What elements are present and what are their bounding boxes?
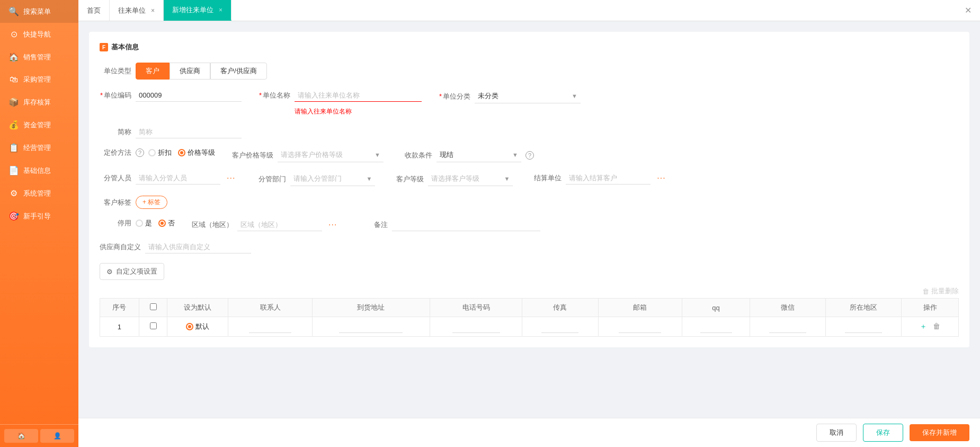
- pricing-discount-radio[interactable]: 折扣: [148, 148, 172, 157]
- region-ellipsis[interactable]: ···: [326, 220, 339, 230]
- sidebar-item-label: 经营管理: [23, 143, 51, 153]
- unit-name-input[interactable]: [295, 89, 422, 102]
- sidebar-item-search[interactable]: 🔍 搜索菜单: [0, 0, 78, 23]
- tab-partners-label: 往来单位: [118, 6, 146, 15]
- supplier-custom-input[interactable]: [145, 241, 251, 253]
- customer-level-select[interactable]: 请选择客户等级 ▼: [428, 172, 513, 186]
- pricing-level-radio[interactable]: 价格等级: [178, 148, 215, 157]
- save-button[interactable]: 保存: [863, 424, 903, 442]
- col-qq: qq: [682, 299, 750, 317]
- payment-terms-field: 收款条件 现结 ▼ ?: [400, 148, 534, 162]
- phone-input[interactable]: [452, 320, 500, 333]
- unit-category-field: *单位分类 未分类 ▼: [439, 89, 581, 103]
- tab-bar-close-button[interactable]: ✕: [956, 5, 980, 15]
- cancel-button[interactable]: 取消: [816, 424, 857, 442]
- operations-icon: 📋: [8, 143, 19, 153]
- custom-settings-label: 自定义项设置: [116, 267, 157, 276]
- supplier-custom-row: 供应商自定义: [100, 241, 959, 253]
- unit-type-label: 单位类型: [100, 66, 131, 76]
- settlement-field: 结算单位 ···: [530, 172, 667, 185]
- tab-partners-close[interactable]: ×: [151, 7, 155, 14]
- pricing-help-icon[interactable]: ?: [136, 148, 144, 157]
- department-label: 分管部门: [254, 174, 286, 184]
- save-and-new-button[interactable]: 保存并新增: [910, 424, 969, 441]
- sidebar-item-guide[interactable]: 🎯 新手引导: [0, 205, 78, 227]
- col-checkbox: [139, 299, 167, 317]
- email-input[interactable]: [619, 320, 661, 333]
- department-arrow: ▼: [366, 176, 372, 182]
- tab-home[interactable]: 首页: [78, 0, 110, 21]
- sidebar-user-button[interactable]: 👤: [40, 429, 74, 443]
- department-select[interactable]: 请输入分管部门 ▼: [290, 172, 375, 186]
- row-checkbox[interactable]: [150, 322, 157, 329]
- col-default: 设为默认: [167, 299, 228, 317]
- manager-input[interactable]: [136, 172, 220, 185]
- remark-input[interactable]: [392, 218, 540, 231]
- add-row-button[interactable]: ＋: [917, 321, 929, 332]
- customer-price-arrow: ▼: [375, 152, 380, 158]
- unit-category-select[interactable]: 未分类 ▼: [475, 89, 581, 103]
- payment-terms-value: 现结: [440, 150, 453, 160]
- short-name-input[interactable]: [136, 126, 242, 138]
- sidebar-item-label: 快捷导航: [23, 30, 51, 39]
- guide-icon: 🎯: [8, 211, 19, 221]
- disabled-no-radio[interactable]: 否: [158, 218, 175, 228]
- default-radio[interactable]: [186, 323, 193, 330]
- sidebar-item-basic[interactable]: 📄 基础信息: [0, 159, 78, 182]
- sidebar-item-quicknav[interactable]: ⊙ 快捷导航: [0, 23, 78, 46]
- payment-terms-select[interactable]: 现结 ▼: [436, 148, 521, 162]
- settlement-input[interactable]: [566, 172, 651, 185]
- disabled-field: 停用 是 否: [100, 218, 175, 228]
- delete-row-button[interactable]: 🗑: [931, 321, 942, 331]
- sidebar-item-purchase[interactable]: 🛍 采购管理: [0, 68, 78, 91]
- unit-code-input[interactable]: [136, 89, 242, 102]
- sidebar-item-finance[interactable]: 💰 资金管理: [0, 113, 78, 136]
- contact-input[interactable]: [249, 320, 291, 333]
- customer-level-arrow: ▼: [504, 176, 510, 182]
- unit-type-customer[interactable]: 客户: [136, 63, 170, 80]
- batch-delete-area: 🗑 批量删除: [100, 286, 959, 296]
- col-phone: 电话号码: [430, 299, 522, 317]
- sidebar-item-system[interactable]: ⚙ 系统管理: [0, 182, 78, 205]
- wechat-input[interactable]: [769, 320, 806, 333]
- select-all-checkbox[interactable]: [150, 303, 157, 310]
- code-name-category-row: *单位编码 *单位名称 请输入往来单位名称 *单位分类: [100, 89, 959, 116]
- customer-price-select[interactable]: 请选择客户价格等级 ▼: [278, 148, 384, 162]
- tab-partners[interactable]: 往来单位 ×: [110, 0, 164, 21]
- row-region: [825, 317, 901, 337]
- sidebar-item-sales[interactable]: 🏠 销售管理: [0, 46, 78, 68]
- disabled-yes-circle: [136, 220, 143, 227]
- customer-price-label: 客户价格等级: [232, 151, 273, 160]
- disabled-yes-radio[interactable]: 是: [136, 218, 152, 228]
- customer-level-field: 客户等级 请选择客户等级 ▼: [392, 172, 513, 186]
- address-input[interactable]: [339, 320, 403, 333]
- region-table-input[interactable]: [845, 320, 882, 333]
- sidebar-item-label: 搜索菜单: [23, 7, 51, 16]
- short-name-field: 简称: [100, 126, 242, 138]
- fax-input[interactable]: [541, 320, 578, 333]
- pricing-method-label: 定价方法: [100, 148, 131, 157]
- unit-type-supplier[interactable]: 供应商: [170, 63, 210, 80]
- sidebar-item-operations[interactable]: 📋 经营管理: [0, 136, 78, 159]
- payment-help-icon[interactable]: ?: [525, 151, 534, 160]
- row-actions: ＋ 🗑: [902, 317, 959, 337]
- unit-type-both[interactable]: 客户/供应商: [210, 63, 267, 80]
- settlement-ellipsis[interactable]: ···: [655, 173, 667, 183]
- region-input[interactable]: [237, 218, 322, 231]
- custom-settings-button[interactable]: ⚙ 自定义项设置: [100, 263, 164, 280]
- col-email: 邮箱: [598, 299, 682, 317]
- sidebar-item-inventory[interactable]: 📦 库存核算: [0, 91, 78, 113]
- main-area: 首页 往来单位 × 新增往来单位 × ✕ F 基本信息 单位类型 客户: [78, 0, 980, 447]
- remark-field: 备注: [356, 218, 540, 231]
- tab-new-partner[interactable]: 新增往来单位 ×: [164, 0, 231, 21]
- manager-field: 分管人员 ···: [100, 172, 237, 185]
- section-title-text: 基本信息: [111, 42, 139, 52]
- required-star: *: [100, 91, 103, 99]
- qq-input[interactable]: [700, 320, 732, 333]
- inventory-icon: 📦: [8, 97, 19, 107]
- tab-new-partner-close[interactable]: ×: [219, 6, 222, 14]
- manager-ellipsis[interactable]: ···: [225, 173, 237, 183]
- sidebar-home-button[interactable]: 🏠: [4, 429, 38, 443]
- add-tag-button[interactable]: + 标签: [136, 196, 167, 209]
- footer: 取消 保存 保存并新增: [78, 418, 980, 447]
